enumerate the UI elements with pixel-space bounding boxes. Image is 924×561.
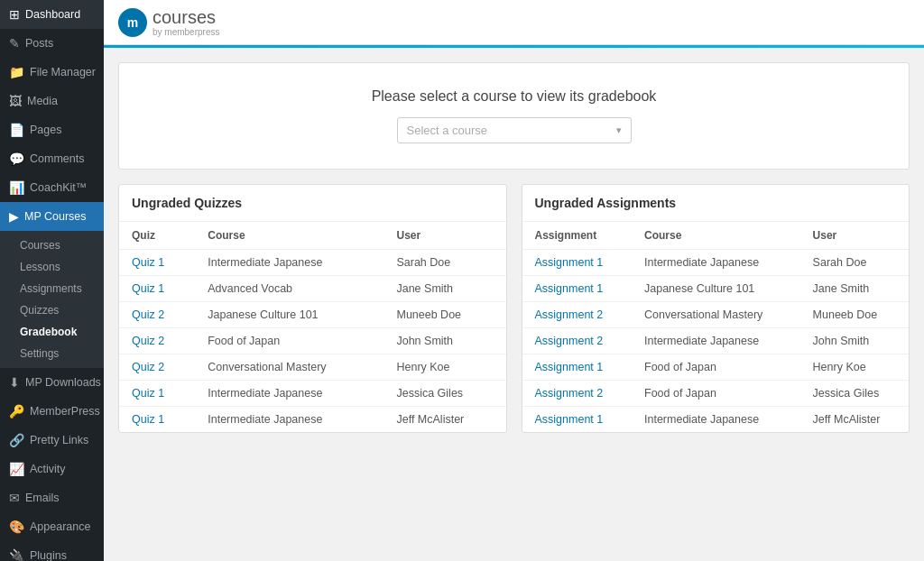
appearance-icon: 🎨	[9, 520, 24, 534]
ungraded-assignments-card: Ungraded Assignments Assignment Course U…	[522, 184, 910, 433]
logo-text-area: courses by memberpress	[152, 7, 219, 37]
quiz-link[interactable]: Quiz 1	[132, 387, 164, 400]
table-row: Assignment 1 Food of Japan Henry Koe	[522, 354, 910, 381]
coachkit-icon: 📊	[9, 180, 24, 195]
assignment-link[interactable]: Assignment 1	[535, 413, 604, 426]
sidebar-item-plugins[interactable]: 🔌 Plugins	[0, 541, 104, 561]
assignment-link[interactable]: Assignment 2	[535, 335, 604, 347]
course-cell: Intermediate Japanese	[195, 250, 383, 276]
mp-courses-submenu: Courses Lessons Assignments Quizzes Grad…	[0, 231, 104, 368]
table-row: Quiz 2 Food of Japan John Smith	[119, 328, 506, 354]
select-panel: Please select a course to view its grade…	[118, 62, 910, 170]
logo-text: courses	[152, 7, 216, 27]
sidebar-item-appearance[interactable]: 🎨 Appearance	[0, 512, 104, 541]
sidebar-label: Activity	[30, 463, 66, 475]
sidebar-item-memberpress[interactable]: 🔑 MemberPress	[0, 397, 104, 426]
quiz-link[interactable]: Quiz 2	[132, 335, 164, 347]
sidebar-label: Posts	[25, 37, 53, 50]
course-select-placeholder: Select a course	[407, 124, 488, 137]
table-row: Assignment 1 Intermediate Japanese Sarah…	[522, 250, 910, 276]
sidebar-item-media[interactable]: 🖼 Media	[0, 87, 104, 115]
user-cell: Muneeb Doe	[800, 302, 909, 328]
main-content: m courses by memberpress Please select a…	[104, 0, 924, 561]
downloads-icon: ⬇	[9, 375, 20, 390]
table-row: Assignment 2 Food of Japan Jessica Giles	[522, 381, 910, 407]
table-row: Assignment 1 Intermediate Japanese Jeff …	[522, 407, 910, 433]
course-cell: Intermediate Japanese	[632, 250, 800, 276]
course-select-dropdown[interactable]: Select a course ▾	[397, 117, 632, 143]
sidebar-item-mp-courses[interactable]: ▶ MP Courses	[0, 202, 104, 231]
sidebar-item-quizzes[interactable]: Quizzes	[0, 299, 104, 321]
emails-icon: ✉	[9, 491, 20, 505]
user-cell: Jessica Giles	[383, 381, 505, 407]
sidebar-label: Pretty Links	[30, 434, 88, 446]
sidebar-label: MP Courses	[24, 210, 87, 223]
sidebar-item-pages[interactable]: 📄 Pages	[0, 115, 104, 144]
quizzes-table: Quiz Course User Quiz 1 Intermediate Jap…	[119, 222, 506, 432]
user-col-header: User	[383, 222, 505, 250]
course-col-header: Course	[195, 222, 383, 250]
media-icon: 🖼	[9, 94, 22, 108]
assignment-link[interactable]: Assignment 1	[535, 256, 604, 269]
sidebar-item-file-manager[interactable]: 📁 File Manager	[0, 58, 104, 87]
sidebar-label: Appearance	[30, 520, 90, 533]
course-cell: Japanese Culture 101	[632, 276, 800, 302]
assignment-link[interactable]: Assignment 1	[535, 282, 604, 295]
table-row: Quiz 1 Intermediate Japanese Jessica Gil…	[119, 381, 506, 407]
assignment-link[interactable]: Assignment 1	[535, 361, 604, 373]
pages-icon: 📄	[9, 123, 24, 137]
assignment-link[interactable]: Assignment 2	[535, 387, 604, 400]
posts-icon: ✎	[9, 36, 20, 51]
sidebar-label: Plugins	[30, 549, 67, 561]
table-row: Quiz 1 Advanced Vocab Jane Smith	[119, 276, 506, 302]
assignment-link[interactable]: Assignment 2	[535, 308, 604, 321]
sidebar-item-courses[interactable]: Courses	[0, 235, 104, 256]
sidebar-label: Comments	[30, 152, 84, 165]
sidebar-item-emails[interactable]: ✉ Emails	[0, 483, 104, 512]
sidebar-item-gradebook[interactable]: Gradebook	[0, 321, 104, 343]
sidebar-item-coachkit[interactable]: 📊 CoachKit™	[0, 173, 104, 202]
select-panel-title: Please select a course to view its grade…	[137, 88, 891, 105]
course-col-header-a: Course	[632, 222, 800, 250]
sidebar: ⊞ Dashboard ✎ Posts 📁 File Manager 🖼 Med…	[0, 0, 104, 561]
table-row: Quiz 2 Conversational Mastery Henry Koe	[119, 354, 506, 381]
sidebar-item-assignments[interactable]: Assignments	[0, 278, 104, 299]
logo-area: m courses by memberpress	[118, 7, 219, 37]
ungraded-quizzes-card: Ungraded Quizzes Quiz Course User Quiz 1…	[118, 184, 507, 433]
quiz-link[interactable]: Quiz 1	[132, 413, 164, 426]
sidebar-item-lessons[interactable]: Lessons	[0, 256, 104, 278]
course-cell: Food of Japan	[632, 381, 800, 407]
table-row: Assignment 1 Japanese Culture 101 Jane S…	[522, 276, 910, 302]
ungraded-quizzes-title: Ungraded Quizzes	[119, 185, 506, 222]
course-cell: Intermediate Japanese	[195, 407, 383, 433]
sidebar-item-pretty-links[interactable]: 🔗 Pretty Links	[0, 426, 104, 455]
sidebar-item-dashboard[interactable]: ⊞ Dashboard	[0, 0, 104, 29]
quiz-link[interactable]: Quiz 2	[132, 361, 164, 373]
content-area: Please select a course to view its grade…	[104, 48, 924, 447]
logo-sub: by memberpress	[152, 28, 219, 37]
topbar: m courses by memberpress	[104, 0, 924, 45]
sidebar-item-comments[interactable]: 💬 Comments	[0, 144, 104, 173]
user-cell: Jane Smith	[800, 276, 909, 302]
user-cell: Muneeb Doe	[383, 302, 505, 328]
course-cell: Intermediate Japanese	[632, 328, 800, 354]
sidebar-label: Media	[27, 95, 58, 107]
sidebar-item-activity[interactable]: 📈 Activity	[0, 455, 104, 483]
plugins-icon: 🔌	[9, 548, 24, 561]
sidebar-label: CoachKit™	[30, 181, 87, 194]
sidebar-item-mp-downloads[interactable]: ⬇ MP Downloads	[0, 368, 104, 397]
quiz-link[interactable]: Quiz 1	[132, 256, 164, 269]
sidebar-item-settings[interactable]: Settings	[0, 343, 104, 364]
user-col-header-a: User	[800, 222, 909, 250]
quiz-col-header: Quiz	[119, 222, 195, 250]
activity-icon: 📈	[9, 462, 24, 476]
quiz-link[interactable]: Quiz 1	[132, 282, 164, 295]
course-cell: Food of Japan	[632, 354, 800, 381]
course-cell: Intermediate Japanese	[195, 381, 383, 407]
sidebar-item-posts[interactable]: ✎ Posts	[0, 29, 104, 58]
sidebar-label: Dashboard	[25, 8, 80, 21]
sidebar-label: MP Downloads	[25, 376, 101, 389]
quiz-link[interactable]: Quiz 2	[132, 308, 164, 321]
folder-icon: 📁	[9, 65, 24, 79]
assignment-col-header: Assignment	[522, 222, 633, 250]
